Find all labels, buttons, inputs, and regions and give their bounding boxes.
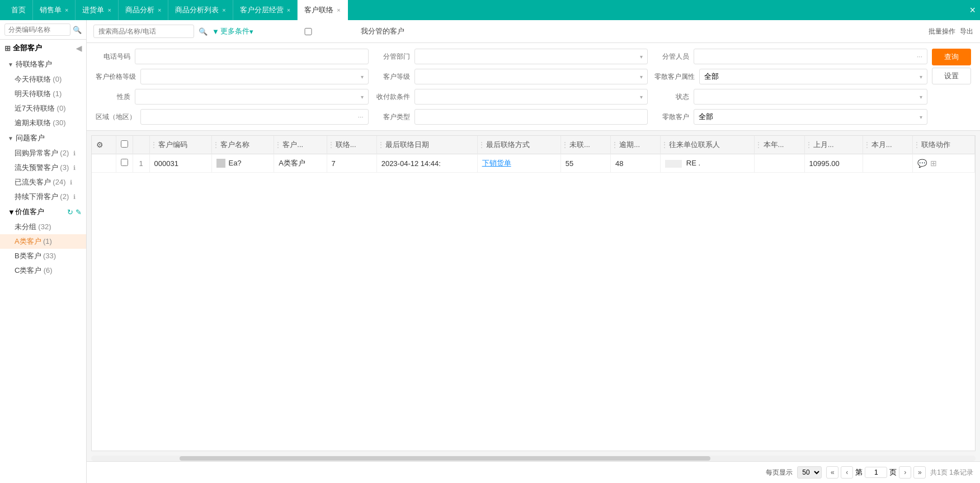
sidebar-item-c-class[interactable]: C类客户 (6) [0, 263, 86, 278]
triangle-down-icon-3: ▼ [8, 208, 15, 216]
next-page-btn[interactable]: › [899, 466, 911, 479]
search-input[interactable] [93, 25, 194, 38]
qr-icon[interactable]: ⊞ [930, 159, 937, 168]
search-icon[interactable]: 🔍 [199, 27, 208, 36]
filter-region-label: 区域（地区） [96, 112, 140, 122]
filter-customer-type-input[interactable] [414, 109, 648, 125]
close-tab-purchase[interactable]: × [107, 7, 111, 13]
col-last-date: ⋮ 最后联络日期 [376, 136, 477, 154]
sidebar-item-tomorrow-pending[interactable]: 明天待联络 (1) [0, 87, 86, 101]
filter-payment-label: 收付款条件 [375, 92, 414, 102]
batch-op-btn[interactable]: 批量操作 [929, 27, 955, 36]
my-customers-check[interactable] [258, 28, 359, 35]
info-icon: ℹ [73, 150, 76, 157]
row-checkbox[interactable] [121, 159, 128, 166]
tab-customer-contact[interactable]: 客户联络 × [298, 0, 347, 20]
all-customers-header[interactable]: ⊞ 全部客户 ◀ [0, 40, 86, 56]
close-tab-analysis-list[interactable]: × [222, 7, 225, 13]
query-button[interactable]: 查询 [932, 49, 971, 65]
prev-page-btn[interactable]: ‹ [841, 466, 853, 479]
filter-dept-select[interactable]: ▾ [414, 49, 648, 64]
filter-customer-grade-select[interactable]: ▾ [414, 69, 648, 84]
filter-retail-attr-select[interactable]: 全部▾ [699, 69, 927, 84]
sidebar-item-churned[interactable]: 已流失客户 (24) ℹ [0, 175, 86, 190]
sidebar-item-repurchase-abnormal[interactable]: 回购异常客户 (2) ℹ [0, 146, 86, 160]
tab-analysis-list[interactable]: 商品分析列表 × [168, 0, 233, 20]
dropdown-arrow-5: ▾ [361, 94, 364, 100]
row-num: 1 [133, 154, 149, 173]
col-contact: ⋮ 联络... [327, 136, 376, 154]
export-btn[interactable]: 导出 [960, 27, 973, 36]
top-nav: 首页 销售单 × 进货单 × 商品分析 × 商品分析列表 × 客户分层经营 × … [0, 0, 980, 20]
close-tab-analysis[interactable]: × [158, 7, 161, 13]
filter-phone-label: 电话号码 [96, 52, 135, 61]
filter-phone: 电话号码 [96, 49, 369, 64]
info-icon-4: ℹ [73, 193, 76, 200]
close-all-tabs[interactable]: × [969, 4, 976, 16]
last-page-btn[interactable]: » [913, 466, 926, 479]
sidebar-item-continuous-decline[interactable]: 持续下滑客户 (2) ℹ [0, 190, 86, 204]
close-tab-customer-tier[interactable]: × [287, 7, 290, 13]
my-customers-checkbox[interactable]: 我分管的客户 [258, 26, 404, 36]
filter-status: 状态 ▾ [654, 89, 927, 105]
col-this-month: ⋮ 本月... [863, 136, 912, 154]
tab-analysis[interactable]: 商品分析 × [119, 0, 168, 20]
edit-icon[interactable]: ✎ [76, 208, 82, 216]
sidebar-item-a-class[interactable]: A类客户 (1) [0, 234, 86, 249]
sidebar-item-churn-warning[interactable]: 流失预警客户 (3) ℹ [0, 160, 86, 175]
sidebar-item-today-pending[interactable]: 今天待联络 (0) [0, 72, 86, 87]
row-no-contact: 55 [560, 154, 610, 173]
filter-phone-input[interactable] [135, 49, 369, 64]
sidebar-item-7days-pending[interactable]: 近7天待联络 (0) [0, 101, 86, 116]
filter-region-select[interactable]: ··· [140, 109, 369, 125]
sidebar-collapse-btn[interactable]: ◀ [76, 44, 82, 53]
more-btn[interactable]: ··· [917, 53, 922, 60]
close-tab-sales[interactable]: × [65, 7, 68, 13]
row-last-method[interactable]: 下销货单 [477, 154, 560, 173]
dropdown-arrow-3: ▾ [640, 74, 643, 80]
tab-customer-tier[interactable]: 客户分层经营 × [233, 0, 298, 20]
pending-contact-group[interactable]: ▼ 待联络客户 [0, 56, 86, 72]
sidebar-item-unclassified[interactable]: 未分组 (32) [0, 220, 86, 234]
value-customer-group[interactable]: ▼ 价值客户 ↻ ✎ [0, 204, 86, 220]
row-name: Ea? [211, 154, 274, 173]
horizontal-scrollbar[interactable] [180, 456, 710, 461]
filter-person-select[interactable]: ··· [694, 49, 927, 64]
close-tab-customer-contact[interactable]: × [337, 7, 340, 13]
filter-status-select[interactable]: ▾ [694, 89, 927, 105]
col-settings[interactable]: ⚙ [92, 136, 116, 154]
more-btn-2[interactable]: ··· [358, 113, 364, 121]
triangle-down-icon: ▼ [8, 61, 13, 68]
filter-price-grade-select[interactable]: ▾ [140, 69, 369, 84]
more-filter-btn[interactable]: ▼ 更多条件 ▾ [212, 26, 253, 36]
tab-purchase[interactable]: 进货单 × [76, 0, 118, 20]
filter-retail-attr-label: 零散客户属性 [654, 72, 699, 82]
comment-icon[interactable]: 💬 [917, 159, 927, 168]
col-no-contact: ⋮ 未联... [560, 136, 610, 154]
page-size-select[interactable]: 50 [797, 466, 822, 479]
col-overdue: ⋮ 逾期... [611, 136, 661, 154]
row-overdue: 48 [611, 154, 661, 173]
sidebar-item-overdue-pending[interactable]: 逾期未联络 (30) [0, 116, 86, 130]
page-input[interactable] [865, 467, 887, 478]
dropdown-arrow-7: ▾ [920, 94, 922, 100]
filter-bar: 🔍 ▼ 更多条件 ▾ 我分管的客户 批量操作 导出 [87, 20, 980, 43]
problem-customer-group[interactable]: ▼ 问题客户 [0, 130, 86, 146]
col-settings-btn[interactable]: ⚙ [96, 140, 103, 149]
tab-sales[interactable]: 销售单 × [33, 0, 76, 20]
first-page-btn[interactable]: « [826, 466, 838, 479]
filter-payment-select[interactable]: ▾ [414, 89, 648, 105]
refresh-icon[interactable]: ↻ [67, 208, 73, 216]
info-icon-2: ℹ [73, 164, 76, 171]
total-text: 共1页 1条记录 [930, 468, 973, 477]
sidebar-search-input[interactable] [4, 23, 70, 36]
filter-retail-customer-select[interactable]: 全部▾ [694, 109, 927, 125]
tab-home[interactable]: 首页 [4, 0, 33, 20]
sidebar-search-icon[interactable]: 🔍 [73, 26, 82, 34]
sidebar-item-b-class[interactable]: B类客户 (33) [0, 249, 86, 263]
col-last-month: ⋮ 上月... [804, 136, 863, 154]
select-all-checkbox[interactable] [121, 140, 128, 148]
setting-button[interactable]: 设置 [932, 68, 971, 84]
table-row: 1 000031 Ea? A类客户 7 2023-04-12 14:44: 下销… [92, 154, 975, 173]
filter-nature-select[interactable]: ▾ [135, 89, 369, 105]
